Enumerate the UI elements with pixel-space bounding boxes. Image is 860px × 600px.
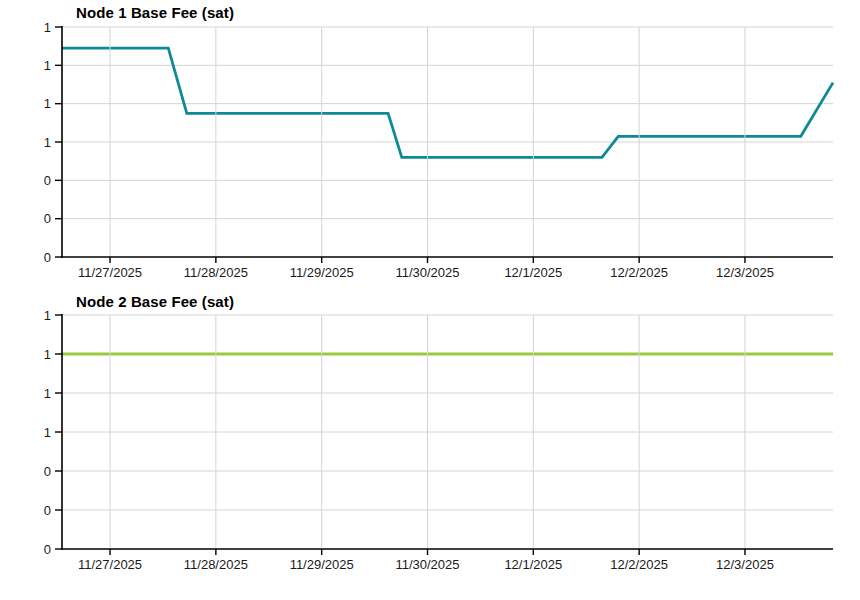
base-fee-charts-page: Node 1 Base Fee (sat) Node 2 Base Fee (s… xyxy=(0,0,860,600)
y-tick-label: 1 xyxy=(44,308,51,323)
x-tick-label: 11/30/2025 xyxy=(395,265,459,280)
charts-canvas: 11/27/202511/28/202511/29/202511/30/2025… xyxy=(0,0,860,600)
y-tick-label: 1 xyxy=(44,347,51,362)
y-tick-label: 1 xyxy=(44,386,51,401)
x-tick-label: 12/2/2025 xyxy=(610,265,668,280)
y-tick-label: 1 xyxy=(44,58,51,73)
y-tick-label: 0 xyxy=(44,503,51,518)
y-tick-label: 1 xyxy=(44,20,51,35)
x-tick-label: 12/1/2025 xyxy=(504,557,562,572)
x-tick-label: 11/27/2025 xyxy=(78,265,142,280)
x-tick-label: 11/27/2025 xyxy=(78,557,142,572)
x-tick-label: 12/1/2025 xyxy=(504,265,562,280)
x-tick-label: 12/2/2025 xyxy=(610,557,668,572)
chart-2-plot: 11/27/202511/28/202511/29/202511/30/2025… xyxy=(44,308,833,573)
x-tick-label: 12/3/2025 xyxy=(716,265,774,280)
x-tick-label: 11/28/2025 xyxy=(184,557,248,572)
x-tick-label: 11/29/2025 xyxy=(290,265,354,280)
y-tick-label: 1 xyxy=(44,96,51,111)
y-tick-label: 0 xyxy=(44,173,51,188)
x-tick-label: 11/30/2025 xyxy=(395,557,459,572)
chart-1-plot: 11/27/202511/28/202511/29/202511/30/2025… xyxy=(44,20,833,281)
y-tick-label: 1 xyxy=(44,425,51,440)
y-tick-label: 0 xyxy=(44,250,51,265)
x-tick-label: 11/28/2025 xyxy=(184,265,248,280)
y-tick-label: 0 xyxy=(44,464,51,479)
x-tick-label: 11/29/2025 xyxy=(290,557,354,572)
y-tick-label: 0 xyxy=(44,542,51,557)
x-tick-label: 12/3/2025 xyxy=(716,557,774,572)
node1-base-fee-line xyxy=(62,48,833,157)
y-tick-label: 1 xyxy=(44,135,51,150)
y-tick-label: 0 xyxy=(44,211,51,226)
